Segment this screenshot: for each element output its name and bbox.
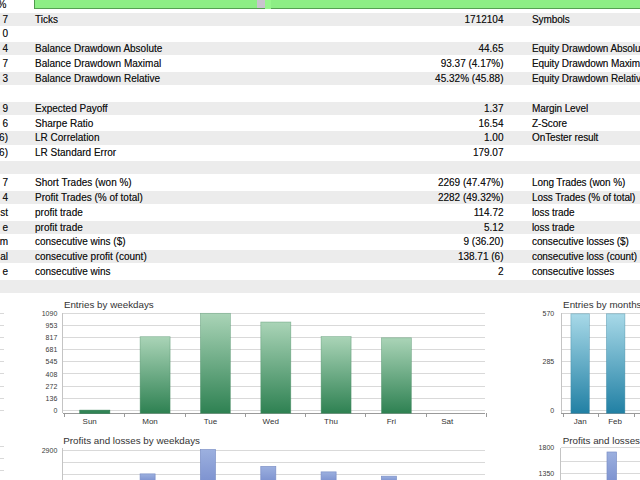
svg-text:0: 0 xyxy=(53,407,57,414)
svg-text:Entries by weekdays: Entries by weekdays xyxy=(64,299,154,310)
svg-text:Thu: Thu xyxy=(324,417,338,426)
svg-text:408: 408 xyxy=(46,371,58,378)
svg-text:Feb: Feb xyxy=(608,417,622,426)
svg-text:Mon: Mon xyxy=(142,417,158,426)
svg-text:Wed: Wed xyxy=(263,417,279,426)
svg-text:0: 0 xyxy=(550,407,554,414)
svg-text:2900: 2900 xyxy=(42,447,58,454)
svg-text:272: 272 xyxy=(46,383,58,390)
svg-text:Tue: Tue xyxy=(204,417,218,426)
svg-text:136: 136 xyxy=(46,395,58,402)
svg-text:953: 953 xyxy=(46,322,58,329)
svg-text:Sun: Sun xyxy=(83,417,97,426)
svg-text:1800: 1800 xyxy=(539,444,555,451)
svg-text:Sat: Sat xyxy=(441,417,454,426)
svg-text:1090: 1090 xyxy=(42,310,58,317)
svg-text:817: 817 xyxy=(46,334,58,341)
svg-text:1350: 1350 xyxy=(539,470,555,477)
svg-text:Jan: Jan xyxy=(574,417,587,426)
svg-text:570: 570 xyxy=(543,310,555,317)
svg-text:Profits and losses: Profits and losses xyxy=(563,435,640,446)
svg-text:Entries by months: Entries by months xyxy=(563,299,640,310)
svg-text:Profits and losses by weekdays: Profits and losses by weekdays xyxy=(63,435,200,446)
svg-text:285: 285 xyxy=(543,358,555,365)
svg-text:Fri: Fri xyxy=(387,417,397,426)
svg-text:681: 681 xyxy=(46,346,58,353)
svg-text:545: 545 xyxy=(46,358,58,365)
